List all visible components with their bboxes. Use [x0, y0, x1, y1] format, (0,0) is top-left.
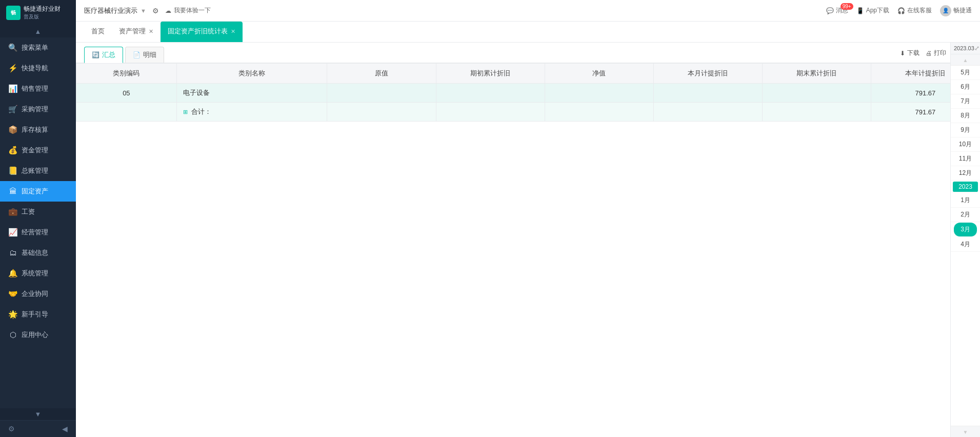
- tab-home-label: 首页: [91, 27, 105, 36]
- experience-btn[interactable]: ☁ 我要体验一下: [165, 6, 211, 15]
- message-icon: 💬: [826, 7, 834, 14]
- logo-icon: 畅: [6, 6, 21, 20]
- date-month-9[interactable]: 9月: [951, 123, 980, 137]
- sidebar-item-sales[interactable]: 📊 销售管理: [0, 78, 76, 99]
- sidebar-scroll-down[interactable]: ▼: [0, 408, 76, 420]
- summary-tab-icon: 🔄: [92, 51, 99, 58]
- sidebar-item-operations[interactable]: 📈 经营管理: [0, 222, 76, 243]
- cell-end-accum: [762, 84, 871, 103]
- col-header-code: 类别编码: [76, 64, 177, 84]
- tab-depreciation-label: 固定资产折旧统计表: [168, 27, 228, 36]
- sidebar-item-system[interactable]: 🔔 系统管理: [0, 263, 76, 284]
- date-month-7[interactable]: 7月: [951, 94, 980, 109]
- apps-icon: ⬡: [8, 330, 17, 340]
- total-end-accum: [762, 103, 871, 122]
- tab-home[interactable]: 首页: [84, 22, 112, 42]
- topbar: 医疗器械行业演示 ▼ ⚙ ☁ 我要体验一下 💬 消息 99+ 📱 App下载 🎧…: [76, 0, 980, 22]
- sidebar-item-ledger[interactable]: 📒 总账管理: [0, 161, 76, 181]
- tab-assetmanage[interactable]: 资产管理 ✕: [112, 22, 161, 42]
- date-month-5[interactable]: 5月: [951, 66, 980, 80]
- sidebar-item-label: 总账管理: [22, 166, 48, 175]
- fixedassets-icon: 🏛: [8, 187, 17, 195]
- sidebar-nav: 🔍 搜索菜单 ⚡ 快捷导航 📊 销售管理 🛒 采购管理 📦 库存核算 💰 资金管…: [0, 37, 76, 408]
- download-label: 下载: [907, 49, 919, 57]
- date-panel: 2023.03 ⤢ ✕ ▲ 5月 6月 7月 8月 9月 10月 11月 12月…: [950, 43, 980, 437]
- company-selector[interactable]: 医疗器械行业演示 ▼: [84, 6, 146, 15]
- total-row: ⊞ 合计： 791.67: [76, 103, 980, 122]
- col-header-original: 原值: [327, 64, 436, 84]
- topbar-gear-icon[interactable]: ⚙: [152, 7, 159, 15]
- print-icon: 🖨: [926, 50, 932, 57]
- experience-label: 我要体验一下: [174, 6, 211, 15]
- date-panel-header: 2023.03: [954, 45, 974, 51]
- date-month-6[interactable]: 6月: [951, 80, 980, 94]
- subtab-detail-label: 明细: [143, 50, 156, 59]
- date-month-1[interactable]: 1月: [951, 193, 980, 208]
- date-month-3[interactable]: 3月: [954, 223, 977, 237]
- depreciation-table: 类别编码 类别名称 原值 期初累计折旧 净值 本月计提折旧 期末累计折旧 本年计…: [76, 63, 980, 122]
- cell-original: [327, 84, 436, 103]
- sidebar-item-label: 资金管理: [22, 146, 48, 155]
- col-header-net: 净值: [545, 64, 653, 84]
- sidebar-item-search[interactable]: 🔍 搜索菜单: [0, 37, 76, 58]
- sidebar-item-label: 采购管理: [22, 105, 48, 114]
- settings-icon[interactable]: ⚙: [8, 425, 15, 433]
- sidebar-logo: 畅 畅捷通好业财 普及版: [0, 0, 76, 26]
- app-download-btn[interactable]: 📱 App下载: [856, 6, 889, 15]
- sidebar-item-basic[interactable]: 🗂 基础信息: [0, 243, 76, 263]
- table-container: 类别编码 类别名称 原值 期初累计折旧 净值 本月计提折旧 期末累计折旧 本年计…: [76, 63, 980, 437]
- ledger-icon: 📒: [8, 166, 17, 175]
- sidebar-item-fixedassets[interactable]: 🏛 固定资产: [0, 181, 76, 202]
- total-icon: ⊞: [183, 109, 188, 115]
- operations-icon: 📈: [8, 228, 17, 237]
- date-month-10[interactable]: 10月: [951, 137, 980, 152]
- basic-icon: 🗂: [8, 248, 17, 257]
- main-area: 医疗器械行业演示 ▼ ⚙ ☁ 我要体验一下 💬 消息 99+ 📱 App下载 🎧…: [76, 0, 980, 437]
- service-btn[interactable]: 🎧 在线客服: [897, 6, 932, 15]
- total-monthly-depr: [653, 103, 762, 122]
- user-btn[interactable]: 👤 畅捷通: [940, 5, 972, 16]
- date-month-8[interactable]: 8月: [951, 109, 980, 123]
- total-original: [327, 103, 436, 122]
- service-icon: 🎧: [897, 7, 905, 14]
- sidebar-item-label: 基础信息: [22, 248, 48, 257]
- sidebar-item-collab[interactable]: 🤝 企业协同: [0, 284, 76, 304]
- detail-tab-icon: 📄: [133, 51, 141, 58]
- tab-depreciation[interactable]: 固定资产折旧统计表 ✕: [161, 22, 243, 42]
- date-month-2[interactable]: 2月: [951, 208, 980, 222]
- sidebar-item-apps[interactable]: ⬡ 应用中心: [0, 325, 76, 345]
- date-year-2023[interactable]: 2023: [953, 182, 978, 192]
- sidebar-item-quicknav[interactable]: ⚡ 快捷导航: [0, 58, 76, 78]
- sidebar-item-label: 应用中心: [22, 330, 48, 340]
- subtab-detail[interactable]: 📄 明细: [125, 47, 164, 63]
- sidebar-item-inventory[interactable]: 📦 库存核算: [0, 120, 76, 140]
- sidebar-item-funds[interactable]: 💰 资金管理: [0, 140, 76, 161]
- date-scroll-down-btn[interactable]: ▼: [951, 426, 980, 437]
- scroll-down-icon: ▼: [963, 429, 968, 435]
- date-month-4[interactable]: 4月: [951, 237, 980, 252]
- guide-icon: 🌟: [8, 310, 17, 319]
- logo-name: 畅捷通好业财: [24, 5, 61, 13]
- expand-icon[interactable]: ⤢: [974, 45, 979, 52]
- subtab-summary[interactable]: 🔄 汇总: [84, 47, 123, 63]
- tab-depreciation-close[interactable]: ✕: [231, 29, 235, 34]
- collapse-icon[interactable]: ◀: [62, 425, 68, 433]
- sidebar-item-guide[interactable]: 🌟 新手引导: [0, 304, 76, 325]
- sidebar-item-label: 新手引导: [22, 310, 48, 319]
- sidebar-item-label: 销售管理: [22, 84, 48, 93]
- download-btn[interactable]: ⬇ 下载: [900, 49, 919, 57]
- date-month-11[interactable]: 11月: [951, 152, 980, 166]
- logo-edition: 普及版: [24, 13, 61, 21]
- inventory-icon: 📦: [8, 125, 17, 134]
- tab-assetmanage-close[interactable]: ✕: [149, 29, 153, 34]
- content-area: 🔄 汇总 📄 明细 ⬇ 下载 🖨 打印 ↻: [76, 43, 980, 437]
- sidebar-item-label: 快捷导航: [22, 64, 48, 73]
- avatar: 👤: [940, 5, 951, 16]
- sidebar-item-purchase[interactable]: 🛒 采购管理: [0, 99, 76, 120]
- date-month-12[interactable]: 12月: [951, 166, 980, 181]
- print-btn[interactable]: 🖨 打印: [926, 49, 946, 57]
- sidebar-item-payroll[interactable]: 💼 工资: [0, 202, 76, 222]
- sidebar-scroll-up[interactable]: ▲: [0, 26, 76, 37]
- date-scroll-up-btn[interactable]: ▲: [951, 54, 980, 66]
- message-btn[interactable]: 💬 消息 99+: [826, 6, 848, 15]
